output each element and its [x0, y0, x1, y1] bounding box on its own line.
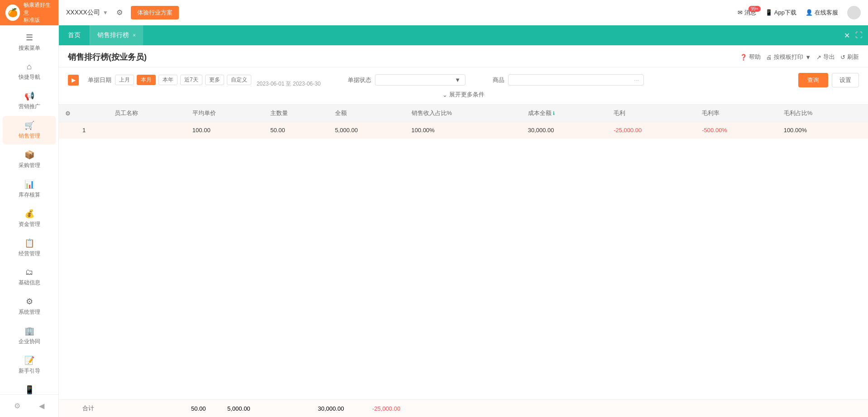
message-icon: ✉ [738, 9, 743, 16]
status-select[interactable]: ▼ [375, 74, 465, 86]
table-header: ⚙ 员工名称 平均单价 主数量 全额 销售收入占比% 成本全额 ℹ 毛利 毛利率… [59, 105, 868, 122]
total-label: 合计 [64, 404, 155, 412]
trial-button[interactable]: 体验行业方案 [131, 6, 179, 19]
tab-home[interactable]: 首页 [59, 25, 90, 45]
chevron-down-icon: ▼ [103, 10, 108, 16]
company-selector[interactable]: XXXXX公司 ▼ [66, 9, 108, 17]
table-row[interactable]: 1 100.00 50.00 5,000.00 100.00% 30,000.0… [59, 122, 868, 139]
sidebar-item-finance[interactable]: 💰资金管理 [3, 204, 56, 233]
col-amount-cell: 5,000.00 [330, 122, 406, 139]
sidebar-item-system[interactable]: ⚙系统管理 [3, 292, 56, 321]
content-area: 销售排行榜(按业务员) ❓ 帮助 🖨 按模板打印 ▼ ↗ 导出 [59, 45, 868, 417]
date-filter: 单据日期 上月本月本年近7天更多自定义 [88, 75, 251, 85]
settings-bottom-icon[interactable]: ⚙ [14, 402, 20, 410]
date-option-自定义[interactable]: 自定义 [227, 75, 251, 85]
sidebar-item-guide[interactable]: 📝新手引导 [3, 351, 56, 379]
finance-label: 资金管理 [19, 220, 40, 228]
date-options: 上月本月本年近7天更多自定义 [115, 75, 251, 85]
table-footer: 合计 50.00 5,000.00 30,000.00 -25,000.00 [59, 399, 868, 417]
app-center-icon: 📱 [24, 385, 34, 394]
marketing-icon: 📢 [24, 91, 34, 101]
marketing-label: 营销推广 [19, 103, 40, 110]
app-icon: 📱 [765, 9, 772, 16]
goods-select[interactable]: ··· [508, 74, 644, 86]
sidebar-item-operations[interactable]: 📋经营管理 [3, 234, 56, 262]
search-order-icon: ☰ [26, 33, 33, 43]
guide-label: 新手引导 [19, 367, 40, 375]
total-row: 合计 50.00 5,000.00 30,000.00 -25,000.00 [59, 400, 868, 417]
basic-info-icon: 🗂 [25, 268, 34, 277]
col-gross-pct-cell: 100.00% [778, 122, 868, 139]
operations-icon: 📋 [24, 238, 34, 248]
export-button[interactable]: ↗ 导出 [816, 53, 835, 61]
settings-small-button[interactable]: 设置 [832, 73, 859, 87]
tab-sales-ranking[interactable]: 销售排行榜 × [90, 25, 143, 45]
date-option-近7天[interactable]: 近7天 [180, 75, 202, 85]
sidebar-item-enterprise[interactable]: 🏢企业协同 [3, 321, 56, 350]
sidebar-item-app-center[interactable]: 📱应用中心 [3, 380, 56, 394]
expand-row: ⌄ 展开更多条件 [68, 88, 859, 100]
online-service-button[interactable]: 👤 在线客服 [806, 9, 838, 17]
col-sales-pct-header: 销售收入占比% [406, 105, 523, 122]
page-inner: 销售排行榜(按业务员) ❓ 帮助 🖨 按模板打印 ▼ ↗ 导出 [59, 45, 868, 417]
sidebar-nav: ☰搜索菜单⌂快捷导航📢营销推广🛒销售管理📦采购管理📊库存核算💰资金管理📋经营管理… [0, 25, 58, 394]
finance-icon: 💰 [24, 209, 34, 219]
sidebar-item-basic-info[interactable]: 🗂基础信息 [3, 263, 56, 291]
col-cost-cell: 30,000.00 [523, 122, 608, 139]
sidebar-item-search-order[interactable]: ☰搜索菜单 [3, 28, 56, 57]
sales-icon: 🛒 [24, 120, 34, 130]
date-option-上月[interactable]: 上月 [115, 75, 134, 85]
sidebar: 🍊 畅康通好生意 标准版 ☰搜索菜单⌂快捷导航📢营销推广🛒销售管理📦采购管理📊库… [0, 0, 59, 417]
maximize-icon[interactable]: ⛶ [855, 31, 863, 39]
col-index-cell: 1 [77, 122, 109, 139]
header-settings-button[interactable]: ⚙ [113, 6, 126, 19]
filter-collapse-button[interactable]: ▶ [68, 75, 79, 86]
col-index-header [77, 105, 109, 122]
sidebar-item-marketing[interactable]: 📢营销推广 [3, 86, 56, 115]
tab-bar-right: ✕ ⛶ [844, 31, 868, 40]
close-window-icon[interactable]: ✕ [844, 31, 850, 40]
status-label: 单据状态 [348, 76, 371, 84]
date-option-更多[interactable]: 更多 [205, 75, 224, 85]
date-option-本年[interactable]: 本年 [158, 75, 177, 85]
system-icon: ⚙ [26, 297, 33, 307]
total-amount: 5,000.00 [227, 405, 273, 412]
col-settings-cell [59, 122, 77, 139]
enterprise-icon: 🏢 [24, 326, 34, 336]
col-gross-profit-cell: -25,000.00 [608, 122, 696, 139]
data-table: ⚙ 员工名称 平均单价 主数量 全额 销售收入占比% 成本全额 ℹ 毛利 毛利率… [59, 105, 868, 139]
sidebar-item-quick-nav[interactable]: ⌂快捷导航 [3, 58, 56, 86]
col-gross-margin-header: 毛利率 [696, 105, 778, 122]
guide-icon: 📝 [24, 355, 34, 365]
col-employee-cell [109, 122, 187, 139]
col-settings-header[interactable]: ⚙ [59, 105, 77, 122]
table-header-row: ⚙ 员工名称 平均单价 主数量 全额 销售收入占比% 成本全额 ℹ 毛利 毛利率… [59, 105, 868, 122]
expand-conditions-button[interactable]: ⌄ 展开更多条件 [442, 91, 484, 99]
goods-filter: 商品 ··· [493, 74, 644, 86]
sidebar-item-sales[interactable]: 🛒销售管理 [3, 116, 56, 144]
date-label: 单据日期 [88, 76, 111, 84]
help-button[interactable]: ❓ 帮助 [740, 53, 761, 61]
collapse-icon[interactable]: ◀ [39, 402, 44, 410]
refresh-button[interactable]: ↺ 刷新 [840, 53, 859, 61]
tab-close-icon[interactable]: × [133, 32, 136, 38]
sidebar-bottom: ⚙ ◀ [0, 394, 58, 417]
sidebar-item-purchase[interactable]: 📦采购管理 [3, 145, 56, 174]
col-cost-header: 成本全额 ℹ [523, 105, 608, 122]
user-avatar[interactable] [847, 6, 861, 19]
quick-nav-label: 快捷导航 [19, 73, 40, 81]
template-print-button[interactable]: 🖨 按模板打印 ▼ [766, 53, 811, 61]
message-button[interactable]: ✉ 消息 99+ [738, 9, 756, 17]
sales-label: 销售管理 [19, 132, 40, 140]
sidebar-item-inventory[interactable]: 📊库存核算 [3, 175, 56, 203]
filter-row: ▶ 单据日期 上月本月本年近7天更多自定义 2023-06-01 至 2023-… [68, 72, 859, 88]
search-order-label: 搜索菜单 [19, 44, 40, 52]
system-label: 系统管理 [19, 308, 40, 316]
date-option-本月[interactable]: 本月 [137, 75, 156, 85]
col-avg-price-header: 平均单价 [187, 105, 265, 122]
operations-label: 经营管理 [19, 250, 40, 258]
col-gross-pct-header: 毛利占比% [778, 105, 868, 122]
query-button[interactable]: 查询 [798, 73, 828, 87]
tab-bar: 首页 销售排行榜 × ✕ ⛶ [59, 25, 868, 45]
app-download-button[interactable]: 📱 App下载 [765, 9, 796, 17]
